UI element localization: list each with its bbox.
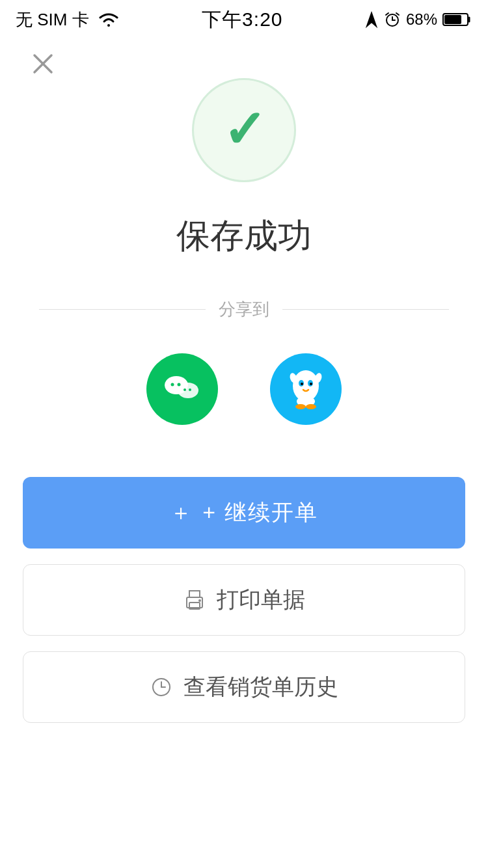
print-label: 打印单据 — [217, 585, 305, 615]
battery-text: 68% — [406, 10, 437, 29]
status-right: 68% — [364, 10, 472, 29]
main-content: ✓ 保存成功 分享到 — [0, 39, 488, 723]
svg-point-9 — [183, 388, 186, 391]
svg-rect-2 — [444, 15, 461, 24]
status-bar: 无 SIM 卡 下午3:20 68% — [0, 0, 488, 39]
wifi-icon — [97, 11, 120, 28]
printer-icon — [183, 588, 206, 612]
svg-point-10 — [189, 388, 191, 391]
wechat-share-button[interactable] — [146, 353, 218, 425]
wechat-icon — [161, 371, 204, 407]
status-left: 无 SIM 卡 — [16, 8, 120, 31]
success-title: 保存成功 — [176, 213, 312, 259]
history-label: 查看销货单历史 — [183, 672, 338, 702]
close-button[interactable] — [26, 47, 60, 81]
share-buttons — [146, 353, 342, 425]
svg-point-14 — [306, 404, 316, 409]
svg-point-17 — [301, 383, 303, 385]
continue-button[interactable]: ＋ + 继续开单 — [23, 477, 465, 549]
qq-share-button[interactable] — [270, 353, 342, 425]
history-button[interactable]: 查看销货单历史 — [23, 651, 465, 723]
location-icon — [364, 10, 379, 29]
action-buttons: ＋ + 继续开单 打印单据 查看销货单历 — [23, 477, 465, 723]
battery-icon — [442, 12, 472, 27]
share-divider: 分享到 — [0, 298, 488, 321]
divider-line-left — [39, 309, 206, 310]
svg-point-7 — [171, 383, 174, 387]
clock-icon — [150, 675, 173, 699]
checkmark-icon: ✓ — [223, 104, 266, 156]
status-time: 下午3:20 — [202, 7, 282, 33]
divider-line-right — [282, 309, 449, 310]
svg-point-13 — [295, 404, 306, 409]
share-label: 分享到 — [206, 298, 282, 321]
svg-point-6 — [178, 383, 198, 398]
plus-icon: ＋ — [170, 498, 192, 528]
success-circle: ✓ — [192, 78, 296, 182]
alarm-icon — [384, 11, 401, 28]
print-button[interactable]: 打印单据 — [23, 564, 465, 636]
no-sim-text: 无 SIM 卡 — [16, 8, 89, 31]
qq-icon — [286, 366, 325, 412]
continue-label: + 继续开单 — [202, 498, 318, 528]
svg-point-18 — [310, 383, 312, 385]
svg-point-23 — [198, 599, 201, 602]
svg-point-8 — [178, 383, 181, 387]
